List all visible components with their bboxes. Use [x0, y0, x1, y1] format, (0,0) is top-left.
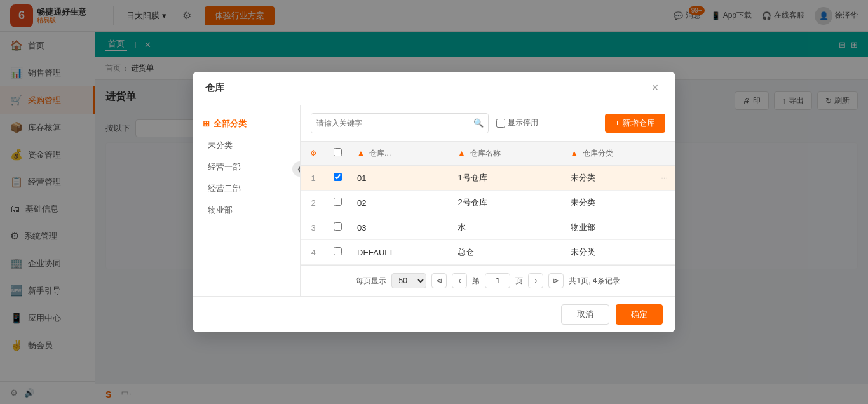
search-button[interactable]: 🔍 — [468, 113, 488, 133]
row-checkbox[interactable] — [334, 247, 342, 255]
row-checkbox-cell — [326, 215, 349, 240]
confirm-button[interactable]: 确定 — [616, 304, 663, 325]
row-checkbox[interactable] — [334, 222, 342, 231]
category-all[interactable]: ⊞ 全部分类 — [193, 113, 300, 135]
row-num: 2 — [301, 191, 326, 215]
table-row[interactable]: 3 03 水 物业部 — [301, 215, 675, 240]
per-page-select[interactable]: 50 10 20 100 — [391, 273, 426, 288]
first-page-button[interactable]: ⊲ — [431, 273, 447, 288]
table-settings-icon[interactable]: ⚙ — [310, 149, 317, 158]
add-warehouse-button[interactable]: + 新增仓库 — [605, 114, 665, 133]
table-row[interactable]: 2 02 2号仓库 未分类 — [301, 191, 675, 215]
col-header-checkbox — [326, 142, 349, 166]
row-category: 物业部 — [563, 215, 675, 240]
modal-close-button[interactable]: × — [648, 81, 663, 96]
show-disabled-wrap: 显示停用 — [496, 118, 538, 128]
search-input-wrap: 🔍 — [311, 113, 489, 133]
col-header-settings: ⚙ — [301, 142, 326, 166]
col-header-code: ▲ 仓库... — [349, 142, 450, 166]
modal-body: ⊞ 全部分类 未分类 经营一部 经营二部 物业部 ❮ — [193, 105, 675, 297]
row-num: 3 — [301, 215, 326, 240]
row-code: DEFAULT — [349, 240, 450, 265]
category-header-icon: ⊞ — [203, 119, 210, 128]
row-more-button[interactable]: ··· — [661, 173, 668, 182]
pagination: 每页显示 50 10 20 100 ⊲ ‹ 第 页 › ⊳ 共1页, 4条记录 — [301, 265, 675, 296]
warehouse-table-wrap: ⚙ ▲ 仓库... ▲ — [301, 142, 675, 266]
select-all-checkbox[interactable] — [334, 148, 342, 156]
warehouse-modal: 仓库 × ⊞ 全部分类 未分类 经营一部 经营二部 物业部 ❮ — [193, 72, 675, 333]
modal-header: 仓库 × — [193, 72, 675, 105]
page-suffix: 页 — [515, 276, 523, 286]
page-number-input[interactable] — [485, 273, 510, 288]
modal-title: 仓库 — [205, 82, 224, 94]
row-checkbox-cell — [326, 165, 349, 191]
search-bar: 🔍 显示停用 + 新增仓库 — [301, 105, 675, 142]
row-category: 未分类 — [563, 191, 675, 215]
table-row[interactable]: 1 01 1号仓库 未分类 ··· — [301, 165, 675, 191]
row-checkbox-cell — [326, 240, 349, 265]
row-checkbox[interactable] — [334, 198, 342, 206]
collapse-icon: ❮ — [297, 165, 301, 173]
col-code-sort-icon: ▲ — [357, 149, 365, 158]
next-page-button[interactable]: › — [528, 273, 543, 288]
row-code: 01 — [349, 165, 450, 191]
show-disabled-checkbox[interactable] — [496, 119, 505, 128]
row-code: 02 — [349, 191, 450, 215]
row-name: 水 — [450, 215, 562, 240]
row-name: 1号仓库 — [450, 165, 562, 191]
content-panel: 🔍 显示停用 + 新增仓库 ⚙ — [301, 105, 675, 297]
category-item-ops2[interactable]: 经营二部 — [193, 178, 300, 199]
row-checkbox-cell — [326, 191, 349, 215]
table-row[interactable]: 4 DEFAULT 总仓 未分类 — [301, 240, 675, 265]
row-num: 4 — [301, 240, 326, 265]
category-item-property[interactable]: 物业部 — [193, 199, 300, 221]
modal-footer: 取消 确定 — [193, 296, 675, 332]
row-name: 2号仓库 — [450, 191, 562, 215]
show-disabled-label: 显示停用 — [508, 118, 538, 128]
row-num: 1 — [301, 165, 326, 191]
total-records: 共1页, 4条记录 — [569, 276, 620, 286]
category-panel: ⊞ 全部分类 未分类 经营一部 经营二部 物业部 ❮ — [193, 105, 301, 297]
col-header-category: ▲ 仓库分类 — [563, 142, 675, 166]
page-label: 第 — [472, 276, 480, 286]
col-cat-sort-icon: ▲ — [571, 149, 578, 158]
row-code: 03 — [349, 215, 450, 240]
row-category: 未分类 — [563, 240, 675, 265]
row-name: 总仓 — [450, 240, 562, 265]
col-header-name: ▲ 仓库名称 — [450, 142, 562, 166]
prev-page-button[interactable]: ‹ — [452, 273, 467, 288]
category-item-ops1[interactable]: 经营一部 — [193, 156, 300, 178]
category-item-unclassified[interactable]: 未分类 — [193, 135, 300, 156]
cancel-button[interactable]: 取消 — [561, 304, 609, 325]
search-input[interactable] — [311, 114, 468, 133]
warehouse-table: ⚙ ▲ 仓库... ▲ — [301, 142, 675, 266]
modal-overlay: 仓库 × ⊞ 全部分类 未分类 经营一部 经营二部 物业部 ❮ — [0, 0, 868, 404]
category-header-label: 全部分类 — [214, 118, 247, 130]
row-category: 未分类 ··· — [563, 166, 675, 191]
col-name-sort-icon: ▲ — [458, 149, 465, 158]
search-icon: 🔍 — [473, 118, 484, 128]
row-checkbox[interactable] — [334, 173, 342, 181]
last-page-button[interactable]: ⊳ — [548, 273, 564, 288]
per-page-label: 每页显示 — [356, 276, 386, 286]
